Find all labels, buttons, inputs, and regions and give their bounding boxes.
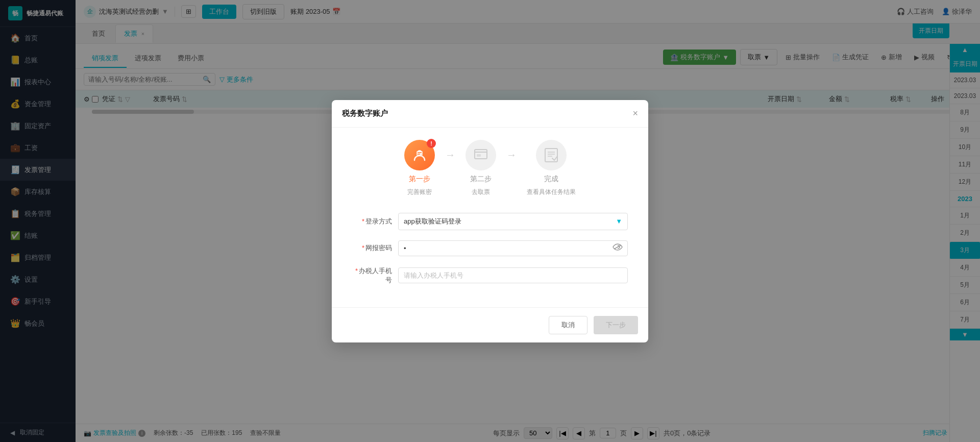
- modal-close-button[interactable]: ×: [632, 108, 638, 119]
- phone-control: [398, 267, 628, 283]
- password-control: [398, 240, 628, 256]
- modal-overlay: 税务数字账户 ×: [0, 0, 980, 442]
- step-3-label: 完成: [544, 175, 558, 184]
- step-2-label: 第二步: [470, 175, 492, 184]
- modal-title: 税务数字账户: [342, 109, 388, 118]
- login-method-label: 登录方式: [352, 217, 398, 226]
- login-method-select[interactable]: app获取验证码登录 ▼: [398, 213, 628, 230]
- svg-rect-8: [545, 149, 557, 162]
- form-phone: 办税人手机号: [352, 266, 628, 285]
- phone-input[interactable]: [398, 267, 628, 283]
- password-label: 网报密码: [352, 243, 398, 253]
- eye-icon[interactable]: [612, 243, 623, 253]
- step-1-icon: !: [404, 140, 435, 170]
- modal-footer: 取消 下一步: [332, 307, 648, 342]
- form-password: 网报密码: [352, 240, 628, 256]
- step-1: ! 第一步 完善账密: [404, 140, 435, 197]
- step-arrow-1: →: [435, 140, 465, 161]
- form-login-method: 登录方式 app获取验证码登录 ▼: [352, 213, 628, 230]
- dropdown-chevron-icon: ▼: [616, 217, 622, 225]
- step-2-icon: [465, 140, 496, 170]
- step-1-label: 第一步: [409, 175, 430, 184]
- svg-rect-2: [416, 151, 423, 156]
- step-2-desc: 去取票: [472, 188, 490, 197]
- modal-header: 税务数字账户 ×: [332, 100, 648, 128]
- password-input[interactable]: [398, 240, 628, 256]
- step-arrow-2: →: [496, 140, 527, 161]
- phone-label: 办税人手机号: [352, 266, 398, 285]
- cancel-button[interactable]: 取消: [549, 316, 587, 334]
- login-method-value: app获取验证码登录: [404, 217, 461, 226]
- step-3-desc: 查看具体任务结果: [527, 188, 576, 197]
- svg-rect-5: [475, 150, 487, 159]
- modal-tax-account: 税务数字账户 ×: [332, 100, 648, 342]
- svg-rect-7: [477, 154, 481, 157]
- password-field: [398, 240, 628, 256]
- step-1-desc: 完善账密: [407, 188, 432, 197]
- modal-body: ! 第一步 完善账密 → 第二步: [332, 128, 648, 307]
- login-method-control: app获取验证码登录 ▼: [398, 213, 628, 230]
- next-button[interactable]: 下一步: [594, 316, 638, 334]
- step-badge-icon: !: [427, 139, 436, 148]
- steps-container: ! 第一步 完善账密 → 第二步: [352, 140, 628, 197]
- step-3-icon: [536, 140, 567, 170]
- step-3: 完成 查看具体任务结果: [527, 140, 576, 197]
- step-2: 第二步 去取票: [465, 140, 496, 197]
